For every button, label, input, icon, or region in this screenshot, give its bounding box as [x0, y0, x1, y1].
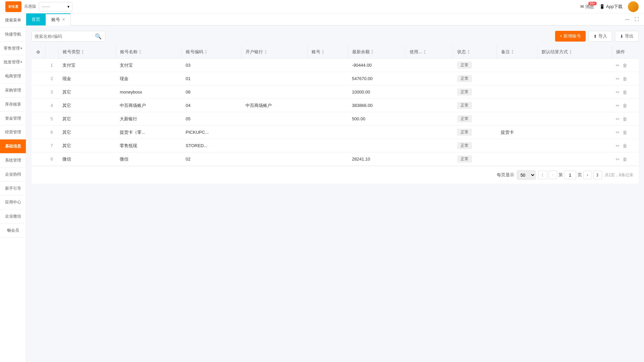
page-size-select[interactable]: 50 100 200	[517, 170, 536, 180]
app-icon: 📱	[599, 4, 605, 9]
table-row: 4 其它 中百商场账户 04 中百商场账户 383866.00 正常 ✏ 🗑	[32, 99, 639, 112]
status-badge: 正常	[457, 156, 472, 163]
tab-account[interactable]: 账号 ✕	[46, 13, 71, 25]
import-button[interactable]: ⬆ 导入	[588, 31, 612, 42]
row-account-no	[307, 85, 348, 99]
tab-close-icon[interactable]: ✕	[62, 17, 65, 22]
th-bank[interactable]: 开户银行 ▲▼	[241, 46, 307, 59]
row-settings	[32, 59, 45, 72]
search-input[interactable]	[35, 34, 95, 39]
row-name: 大新银行	[116, 112, 181, 126]
row-balance: 10000.00	[348, 85, 405, 99]
th-account-code[interactable]: 账号编码 ▲▼	[182, 46, 241, 59]
page-prev-btn[interactable]: ‹	[548, 171, 557, 179]
table-row: 3 其它 moneybosx 06 10000.00 正常 ✏ 🗑	[32, 85, 639, 99]
tab-maximize-btn[interactable]: ⛶	[633, 16, 640, 23]
th-remark[interactable]: 备注 ▲▼	[497, 46, 537, 59]
sidebar-item-app-center[interactable]: 应用中心	[0, 195, 26, 209]
row-usage	[406, 112, 453, 126]
tab-minimize-btn[interactable]: —	[624, 16, 631, 23]
search-icon: 🔍	[95, 33, 102, 40]
status-badge: 正常	[457, 142, 472, 149]
th-account-name[interactable]: 账号名称 ▲▼	[116, 46, 181, 59]
th-status[interactable]: 状态 ▲▼	[453, 46, 497, 59]
page-next-btn[interactable]: ›	[583, 171, 592, 179]
sidebar-item-wholesale[interactable]: 批发管理 ▾	[0, 55, 26, 69]
row-name: moneybosx	[116, 85, 181, 99]
sidebar-item-inventory[interactable]: 库存核算	[0, 98, 26, 112]
sort-icon: ▲▼	[511, 49, 514, 55]
delete-icon[interactable]: 🗑	[623, 143, 627, 148]
sidebar-item-search-menu[interactable]: 搜索菜单	[0, 13, 26, 27]
message-icon: ✉	[580, 4, 584, 9]
delete-icon[interactable]: 🗑	[623, 103, 627, 108]
sidebar-item-label: 零售管理	[4, 46, 20, 51]
sidebar-item-member[interactable]: 畅会员	[0, 224, 26, 238]
sidebar-item-capital[interactable]: 资金管理	[0, 112, 26, 126]
sidebar-item-label: 应用中心	[3, 199, 23, 205]
tab-home[interactable]: 首页	[26, 13, 46, 25]
delete-icon[interactable]: 🗑	[623, 63, 627, 68]
row-name: 提货卡（零...	[116, 126, 181, 139]
sidebar-item-basic-info[interactable]: 基础信息	[0, 139, 26, 154]
sidebar-item-purchase[interactable]: 采购管理	[0, 83, 26, 98]
edit-icon[interactable]: ✏	[616, 116, 620, 122]
delete-icon[interactable]: 🗑	[623, 76, 627, 81]
row-account-no	[307, 99, 348, 112]
th-usage[interactable]: 使用... ▲▼	[406, 46, 453, 59]
status-badge: 正常	[457, 129, 472, 136]
row-settings	[32, 112, 45, 126]
delete-icon[interactable]: 🗑	[623, 89, 627, 95]
sidebar-item-system[interactable]: 系统管理	[0, 154, 26, 168]
export-button[interactable]: ⬇ 导出	[615, 31, 639, 42]
th-settings[interactable]: ⚙	[32, 46, 45, 59]
edit-icon[interactable]: ✏	[616, 63, 620, 68]
th-account-type[interactable]: 账号类型 ▲▼	[58, 46, 116, 59]
th-account-no[interactable]: 账号 ▲▼	[307, 46, 348, 59]
edit-icon[interactable]: ✏	[616, 157, 620, 162]
th-default-settlement[interactable]: 默认结算方式 ▲▼	[538, 46, 612, 59]
row-actions: ✏ 🗑	[612, 153, 639, 166]
row-balance: 547670.00	[348, 72, 405, 85]
sidebar-item-ecommerce[interactable]: 电商管理	[0, 69, 26, 83]
row-account-no	[307, 59, 348, 72]
edit-icon[interactable]: ✏	[616, 130, 620, 135]
sidebar-item-enterprise-agreement[interactable]: 企业协同	[0, 168, 26, 182]
row-bank: 中百商场账户	[241, 99, 307, 112]
sort-icon: ▲▼	[371, 49, 374, 55]
row-num: 7	[45, 139, 58, 153]
sidebar-item-enterprise-wechat[interactable]: 企业微信	[0, 209, 26, 224]
sort-icon: ▲▼	[467, 49, 470, 55]
row-code: STORED...	[182, 139, 241, 153]
row-remark	[497, 85, 537, 99]
sidebar-item-operations[interactable]: 经营管理	[0, 125, 26, 139]
row-status: 正常	[453, 139, 497, 153]
delete-icon[interactable]: 🗑	[623, 116, 627, 122]
message-btn[interactable]: ✉ 消息 99+	[580, 4, 594, 10]
table-row: 6 其它 提货卡（零... PICKUPC... 正常 提货卡 ✏ 🗑	[32, 126, 639, 139]
sidebar-item-quick-nav[interactable]: 快捷导航	[0, 27, 26, 42]
avatar[interactable]	[628, 1, 639, 12]
sidebar-item-retail[interactable]: 零售管理 ▾	[0, 42, 26, 56]
page-suffix: 页	[578, 172, 582, 178]
row-usage	[406, 99, 453, 112]
edit-icon[interactable]: ✏	[616, 76, 620, 81]
add-account-button[interactable]: + 新增账号	[555, 31, 586, 42]
page-first-btn[interactable]: ⟪	[538, 171, 547, 179]
edit-icon[interactable]: ✏	[616, 89, 620, 95]
sidebar-item-beginner[interactable]: 新手引导	[0, 182, 26, 196]
edit-icon[interactable]: ✏	[616, 103, 620, 108]
th-balance[interactable]: 最新余额 ▲▼	[348, 46, 405, 59]
app-download-btn[interactable]: 📱 App下载	[599, 4, 623, 10]
delete-icon[interactable]: 🗑	[623, 157, 627, 162]
row-num: 3	[45, 85, 58, 99]
row-actions: ✏ 🗑	[612, 99, 639, 112]
page-last-btn[interactable]: ⟫	[593, 171, 602, 179]
row-settings	[32, 99, 45, 112]
page-input[interactable]	[564, 171, 576, 179]
row-actions: ✏ 🗑	[612, 72, 639, 85]
company-dropdown[interactable]: —— ▾	[39, 2, 72, 11]
edit-icon[interactable]: ✏	[616, 143, 620, 148]
delete-icon[interactable]: 🗑	[623, 130, 627, 135]
search-box[interactable]: 🔍	[32, 31, 105, 42]
